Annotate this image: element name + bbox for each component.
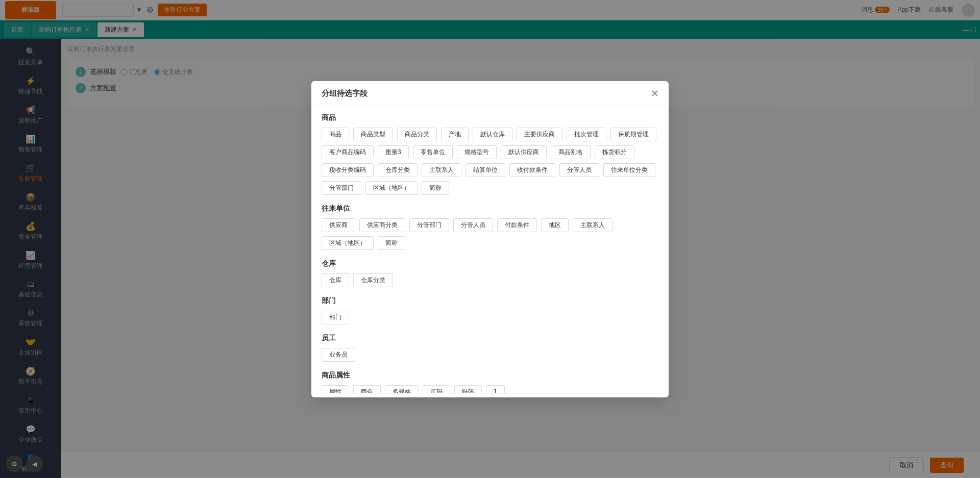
chip-area[interactable]: 地区 (541, 218, 569, 232)
chip-salesman[interactable]: 业务员 (322, 348, 355, 362)
group-dept: 部门 部门 (322, 296, 658, 324)
chip-batch-mgmt[interactable]: 批次管理 (567, 128, 606, 141)
chip-product[interactable]: 商品 (322, 128, 349, 141)
chip-retail-unit[interactable]: 零售单位 (413, 145, 453, 159)
group-dept-title: 部门 (322, 296, 658, 306)
chip-shoe-size[interactable]: 鞋码 (454, 385, 482, 393)
modal-close-button[interactable]: ✕ (651, 88, 658, 99)
group-product-title: 商品 (322, 113, 658, 122)
chip-customer-code[interactable]: 客户商品编码 (322, 145, 374, 159)
chip-spec-model[interactable]: 规格型号 (457, 145, 497, 159)
modal-dialog: 分组待选字段 ✕ 商品 商品 商品类型 商品分类 产地 默认仓库 主要供应商 批… (311, 81, 669, 397)
chip-product-alias[interactable]: 商品别名 (551, 145, 591, 159)
chip-dept[interactable]: 部门 (322, 311, 349, 324)
chip-dept-managed[interactable]: 分管部门 (409, 218, 449, 232)
group-employee: 员工 业务员 (322, 334, 658, 362)
modal-overlay: 分组待选字段 ✕ 商品 商品 商品类型 商品分类 产地 默认仓库 主要供应商 批… (0, 0, 980, 478)
chip-supplier[interactable]: 供应商 (322, 218, 355, 232)
group-warehouse-title: 仓库 (322, 259, 658, 268)
group-counterpart-title: 往来单位 (322, 204, 658, 213)
chip-main-supplier[interactable]: 主要供应商 (517, 128, 562, 141)
modal-title: 分组待选字段 (322, 89, 368, 98)
chip-multi-spec[interactable]: 多规格 (385, 385, 419, 393)
group-product-chips: 商品 商品类型 商品分类 产地 默认仓库 主要供应商 批次管理 保质期管理 客户… (322, 128, 658, 195)
chip-tax-code[interactable]: 税收分类编码 (322, 163, 374, 177)
group-dept-chips: 部门 (322, 311, 658, 324)
chip-payment-condition[interactable]: 收付款条件 (509, 163, 555, 177)
chip-manager[interactable]: 分管人员 (559, 163, 599, 177)
chip-product-category[interactable]: 商品分类 (397, 128, 437, 141)
group-product-attr-chips: 属性 颜色 多规格 尺码 鞋码 1 (322, 385, 658, 393)
chip-counterpart-category[interactable]: 往来单位分类 (603, 163, 655, 177)
chip-product-type[interactable]: 商品类型 (353, 128, 393, 141)
chip-attr-1[interactable]: 1 (486, 385, 505, 393)
chip-default-supplier[interactable]: 默认供应商 (501, 145, 547, 159)
group-counterpart: 往来单位 供应商 供应商分类 分管部门 分管人员 付款条件 地区 主联系人 区域… (322, 204, 658, 250)
group-counterpart-chips: 供应商 供应商分类 分管部门 分管人员 付款条件 地区 主联系人 区域（地区） … (322, 218, 658, 250)
group-employee-chips: 业务员 (322, 348, 658, 362)
group-product-attr-title: 商品属性 (322, 371, 658, 380)
group-product: 商品 商品 商品类型 商品分类 产地 默认仓库 主要供应商 批次管理 保质期管理… (322, 113, 658, 195)
chip-region2[interactable]: 区域（地区） (322, 236, 374, 250)
group-warehouse-chips: 仓库 仓库分类 (322, 273, 658, 287)
group-employee-title: 员工 (322, 334, 658, 343)
modal-body: 商品 商品 商品类型 商品分类 产地 默认仓库 主要供应商 批次管理 保质期管理… (311, 105, 669, 393)
chip-short-name2[interactable]: 简称 (378, 236, 405, 250)
chip-settle-unit[interactable]: 结算单位 (465, 163, 505, 177)
chip-attr[interactable]: 属性 (322, 385, 349, 393)
chip-short-name[interactable]: 简称 (422, 181, 449, 195)
group-product-attr: 商品属性 属性 颜色 多规格 尺码 鞋码 1 (322, 371, 658, 393)
chip-main-contact2[interactable]: 主联系人 (573, 218, 612, 232)
group-warehouse: 仓库 仓库 仓库分类 (322, 259, 658, 287)
chip-warehouse[interactable]: 仓库 (322, 273, 349, 287)
chip-dept-mgmt[interactable]: 分管部门 (322, 181, 361, 195)
chip-size[interactable]: 尺码 (423, 385, 450, 393)
chip-default-warehouse[interactable]: 默认仓库 (473, 128, 512, 141)
chip-weight3[interactable]: 重量3 (378, 145, 409, 159)
chip-main-contact[interactable]: 主联系人 (422, 163, 461, 177)
chip-supplier-category[interactable]: 供应商分类 (359, 218, 405, 232)
chip-quality-mgmt[interactable]: 保质期管理 (610, 128, 656, 141)
chip-payment-terms[interactable]: 付款条件 (497, 218, 537, 232)
chip-warehouse-category[interactable]: 仓库分类 (378, 163, 418, 177)
chip-pick-points[interactable]: 拣货积分 (595, 145, 634, 159)
chip-origin[interactable]: 产地 (441, 128, 469, 141)
chip-color[interactable]: 颜色 (353, 385, 381, 393)
modal-header: 分组待选字段 ✕ (311, 81, 669, 105)
modal-hscroll[interactable] (311, 393, 669, 397)
chip-warehouse-type[interactable]: 仓库分类 (353, 273, 393, 287)
chip-region[interactable]: 区域（地区） (365, 181, 418, 195)
chip-managed-staff[interactable]: 分管人员 (453, 218, 493, 232)
